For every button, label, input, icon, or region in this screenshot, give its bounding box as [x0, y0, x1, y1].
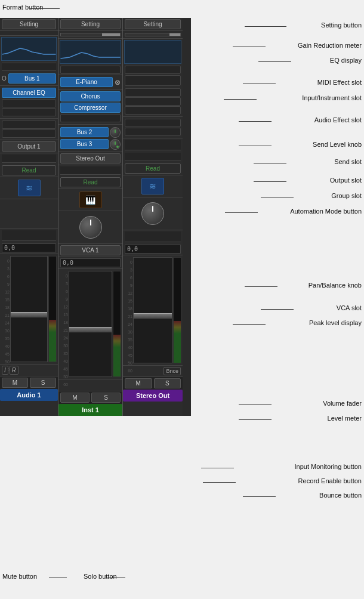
ann-vca-slot: VCA slot — [337, 304, 362, 311]
ann-midi-slot: MIDI Effect slot — [317, 79, 362, 86]
setting-button-1[interactable]: Setting — [2, 19, 56, 29]
bounce-btn[interactable]: Bnce — [164, 367, 181, 375]
ann-format-button: Format button — [2, 4, 43, 11]
channel-icon-1: ≋ — [18, 180, 41, 196]
ms-row-3: M S — [123, 377, 183, 390]
volume-fader-2[interactable] — [69, 271, 112, 377]
solo-btn-2[interactable]: S — [91, 393, 121, 403]
gain-reduction-meter — [60, 33, 121, 36]
volume-fader-3[interactable] — [133, 257, 172, 363]
link-icon: ⊗ — [115, 78, 121, 87]
send-row-bus3: Bus 3 — [60, 138, 121, 150]
channel-strip-inst1: Setting — [58, 18, 123, 416]
ann-input-slot: Input/Instrument slot — [302, 94, 362, 101]
bus1-slot[interactable]: Bus 1 — [8, 73, 56, 84]
waveform-icon-1: ≋ — [26, 183, 33, 193]
ann-automation: Automation Mode button — [290, 208, 362, 215]
ann-solo-btn: Solo button — [84, 573, 117, 580]
fader-handle-2[interactable] — [69, 327, 112, 333]
solo-btn-3[interactable]: S — [154, 378, 181, 388]
setting-area-2: Setting — [58, 18, 122, 31]
ann-send-knob: Send Level knob — [313, 141, 362, 148]
output-slot-1[interactable]: Output 1 — [2, 141, 56, 152]
peak-display-2: 0,0 — [60, 258, 121, 267]
automation-btn-1[interactable]: Read — [2, 165, 56, 175]
channel-icon-2: 🎹 — [79, 192, 102, 208]
setting-button-2[interactable]: Setting — [60, 19, 121, 29]
send-row-bus2: Bus 2 — [60, 126, 121, 138]
ann-gain-reduction: Gain Reduction meter — [298, 42, 362, 49]
mute-btn-3[interactable]: M — [125, 378, 152, 388]
chorus-slot[interactable]: Chorus — [60, 91, 121, 101]
vca-slot[interactable]: VCA 1 — [60, 245, 121, 255]
midi-effect-slot[interactable] — [60, 66, 121, 74]
ann-group-slot: Group slot — [331, 192, 362, 199]
ann-eq-display: EQ display — [330, 57, 362, 64]
channel-name-btn-2[interactable]: Inst 1 — [58, 404, 122, 416]
eq-display-3[interactable] — [124, 40, 181, 64]
fader-handle-3[interactable] — [134, 313, 172, 319]
send-level-knob-bus3[interactable] — [110, 139, 121, 150]
scale-col-2: 03691215182124303540455060 — [60, 271, 68, 377]
scale-col-3: 03691215182124303540455060 — [124, 257, 132, 363]
input-monitoring-btn-1[interactable]: I — [2, 366, 8, 375]
ann-pan-knob: Pan/Balance knob — [309, 282, 362, 289]
channel-eq-slot[interactable]: Channel EQ — [2, 88, 56, 98]
ann-audio-effect: Audio Effect slot — [314, 116, 362, 123]
svg-rect-1 — [61, 41, 121, 63]
bus2-slot[interactable]: Bus 2 — [60, 127, 109, 137]
fader-handle-1[interactable] — [11, 312, 47, 318]
waveform-icon-3: ≋ — [149, 181, 156, 191]
ann-bounce-btn: Bounce button — [319, 492, 362, 499]
send-level-knob-bus2[interactable] — [110, 127, 121, 138]
eq-display-1[interactable] — [1, 37, 57, 61]
compressor-slot[interactable]: Compressor — [60, 103, 121, 113]
main-ui: Setting O Bus 1 — [0, 0, 364, 599]
level-meter-2 — [113, 271, 121, 377]
gain-reduction-meter-3 — [125, 33, 181, 36]
piano-icon: 🎹 — [85, 195, 95, 205]
ann-record-enable: Record Enable button — [298, 477, 362, 484]
channel-name-btn-1[interactable]: Audio 1 — [0, 389, 58, 401]
automation-btn-3[interactable]: Read — [125, 163, 181, 174]
ann-setting-button: Setting button — [321, 21, 362, 29]
channel-icon-3: ≋ — [141, 178, 164, 194]
scale-col-1: 03691215182124303540455060 — [1, 256, 10, 362]
peak-display-1: 0,0 — [2, 243, 56, 252]
output-slot-2[interactable]: Stereo Out — [60, 153, 121, 163]
ann-volume-fader: Volume fader — [323, 400, 362, 407]
pan-balance-knob-3[interactable] — [141, 202, 164, 225]
instrument-slot[interactable]: E-Piano — [60, 77, 113, 87]
level-meter-3 — [173, 257, 181, 363]
peak-display-3: 0,0 — [125, 245, 181, 254]
channel-strip-audio1: Setting O Bus 1 — [0, 18, 58, 416]
solo-btn-1[interactable]: S — [30, 378, 56, 388]
ann-output-slot: Output slot — [330, 177, 362, 184]
mute-btn-1[interactable]: M — [2, 378, 28, 388]
mute-btn-2[interactable]: M — [60, 393, 90, 403]
output-indicator: O — [2, 75, 7, 82]
setting-area-3: Setting — [123, 18, 183, 31]
ann-mute-btn: Mute button — [2, 573, 37, 580]
automation-btn-2[interactable]: Read — [60, 177, 121, 187]
channel-name-btn-3[interactable]: Stereo Out — [123, 390, 183, 402]
ann-level-meter: Level meter — [328, 415, 362, 422]
setting-area-1: Setting — [0, 18, 58, 31]
ms-row-1: M S — [0, 376, 58, 389]
channel-strip-stereo-out: Setting — [123, 18, 183, 416]
volume-fader-1[interactable] — [10, 256, 48, 362]
bus3-slot[interactable]: Bus 3 — [60, 139, 109, 149]
ms-row-2: M S — [58, 391, 122, 404]
svg-rect-0 — [2, 38, 56, 60]
pan-balance-knob-2[interactable] — [79, 216, 102, 239]
record-enable-btn-1[interactable]: R — [10, 366, 18, 375]
ann-peak-display: Peak level display — [309, 319, 362, 326]
level-meter-1 — [48, 256, 57, 362]
mixer-panel: Setting O Bus 1 — [0, 18, 191, 416]
setting-button-3[interactable]: Setting — [125, 19, 181, 29]
ann-send-slot: Send slot — [334, 158, 362, 165]
ann-input-monitoring: Input Monitoring button — [294, 463, 362, 470]
eq-display-2[interactable] — [60, 40, 121, 64]
